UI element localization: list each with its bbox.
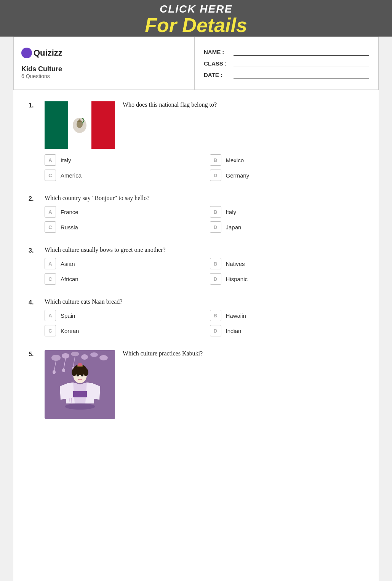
q3-badge-b: B — [210, 258, 221, 269]
q1-text-a: Italy — [61, 157, 71, 163]
svg-point-18 — [62, 368, 65, 372]
svg-point-10 — [71, 352, 79, 356]
q3-content: Which culture usually bows to greet one … — [45, 246, 363, 285]
q2-option-d: D Japan — [210, 221, 364, 233]
name-row: NAME : — [204, 48, 369, 56]
q4-text-d: Indian — [226, 328, 242, 334]
q3-answers: A Asian B Natives C African D Hispanic — [45, 258, 363, 285]
q2-text-d: Japan — [226, 224, 242, 230]
q1-image-container — [45, 101, 115, 150]
q2-text-a: France — [61, 209, 78, 215]
q5-num: 5. — [29, 350, 38, 358]
q3-text: Which culture usually bows to greet one … — [45, 246, 363, 253]
quiz-subtitle: 6 Questions — [21, 73, 187, 79]
mexico-flag-image — [45, 101, 115, 149]
q4-header: 4. Which culture eats Naan bread? A Spai… — [29, 298, 363, 336]
svg-point-12 — [90, 352, 98, 357]
q1-option-c: C America — [45, 170, 198, 181]
q1-option-d: D Germany — [210, 170, 364, 181]
header-right: NAME : CLASS : DATE : — [195, 37, 378, 90]
q3-option-a: A Asian — [45, 258, 198, 269]
q3-option-c: C African — [45, 273, 198, 285]
q1-text-side: Who does this national flag belong to? — [123, 101, 217, 113]
quizizz-logo: Quizizz — [21, 48, 187, 58]
svg-point-25 — [78, 363, 82, 366]
q1-badge-b: B — [210, 154, 221, 166]
q5-text-side: Which culture practices Kabuki? — [123, 350, 203, 362]
q2-option-c: C Russia — [45, 221, 198, 233]
q4-text-a: Spain — [61, 312, 75, 319]
q3-text-d: Hispanic — [226, 276, 248, 282]
q4-answers: A Spain B Hawaiin C Korean D Indian — [45, 310, 363, 336]
quiz-title: Kids Culture — [21, 65, 187, 73]
q3-option-b: B Natives — [210, 258, 364, 269]
q1-text-b: Mexico — [226, 157, 244, 163]
q4-content: Which culture eats Naan bread? A Spain B… — [45, 298, 363, 336]
q2-option-b: B Italy — [210, 206, 364, 218]
q1-badge-c: C — [45, 170, 56, 181]
click-line2: For Details — [0, 15, 392, 35]
q5-content: Which culture practices Kabuki? — [45, 350, 363, 419]
q2-answers: A France B Italy C Russia D Japan — [45, 206, 363, 233]
q2-content: Which country say "Bonjour" to say hello… — [45, 195, 363, 233]
q1-num: 1. — [29, 101, 38, 109]
q2-badge-a: A — [45, 206, 56, 218]
svg-point-17 — [53, 370, 56, 374]
q2-badge-b: B — [210, 206, 221, 218]
date-row: DATE : — [204, 71, 369, 78]
q4-badge-a: A — [45, 310, 56, 321]
worksheet: 1. — [13, 90, 379, 581]
kabuki-svg — [45, 350, 115, 419]
q4-badge-b: B — [210, 310, 221, 321]
kabuki-image — [45, 350, 115, 419]
svg-point-9 — [62, 353, 69, 359]
q4-num: 4. — [29, 298, 38, 306]
q1-answers: A Italy B Mexico C America D Germany — [45, 154, 363, 181]
header-box: Quizizz Kids Culture 6 Questions NAME : … — [13, 37, 379, 90]
q4-text-b: Hawaiin — [226, 312, 246, 319]
q1-text: Who does this national flag belong to? — [123, 101, 217, 108]
question-1: 1. — [29, 101, 363, 181]
svg-rect-2 — [91, 101, 115, 149]
top-banner[interactable]: CLICK HERE For Details — [0, 0, 392, 37]
q1-option-a: A Italy — [45, 154, 198, 166]
q5-text: Which culture practices Kabuki? — [123, 350, 203, 357]
question-2: 2. Which country say "Bonjour" to say he… — [29, 195, 363, 233]
q3-badge-c: C — [45, 273, 56, 285]
q3-option-d: D Hispanic — [210, 273, 364, 285]
q2-num: 2. — [29, 195, 38, 202]
q1-option-b: B Mexico — [210, 154, 364, 166]
q2-badge-c: C — [45, 221, 56, 233]
q4-option-d: D Indian — [210, 325, 364, 336]
svg-point-23 — [83, 368, 88, 376]
q2-text-c: Russia — [61, 224, 78, 230]
q3-badge-a: A — [45, 258, 56, 269]
date-line — [234, 71, 369, 78]
svg-point-27 — [81, 375, 83, 376]
q1-content: Who does this national flag belong to? A… — [45, 101, 363, 181]
q1-badge-d: D — [210, 170, 221, 181]
svg-point-8 — [51, 355, 61, 361]
q4-option-a: A Spain — [45, 310, 198, 321]
q3-text-c: African — [61, 276, 78, 282]
quizizz-logo-icon — [21, 48, 32, 58]
q3-text-b: Natives — [226, 261, 245, 267]
click-line1: CLICK HERE — [0, 3, 392, 15]
q5-header: 5. — [29, 350, 363, 419]
svg-point-26 — [77, 375, 79, 376]
q3-num: 3. — [29, 246, 38, 254]
svg-point-13 — [99, 355, 108, 360]
quizizz-logo-text: Quizizz — [34, 48, 62, 58]
q2-text-b: Italy — [226, 209, 237, 215]
q4-badge-c: C — [45, 325, 56, 336]
date-label: DATE : — [204, 72, 230, 78]
q1-text-d: Germany — [226, 172, 250, 179]
q3-header: 3. Which culture usually bows to greet o… — [29, 246, 363, 285]
q3-text-a: Asian — [61, 261, 75, 267]
name-line — [234, 48, 369, 56]
q4-option-b: B Hawaiin — [210, 310, 364, 321]
name-label: NAME : — [204, 49, 230, 55]
class-label: CLASS : — [204, 60, 230, 67]
q1-header: 1. — [29, 101, 363, 181]
question-4: 4. Which culture eats Naan bread? A Spai… — [29, 298, 363, 336]
